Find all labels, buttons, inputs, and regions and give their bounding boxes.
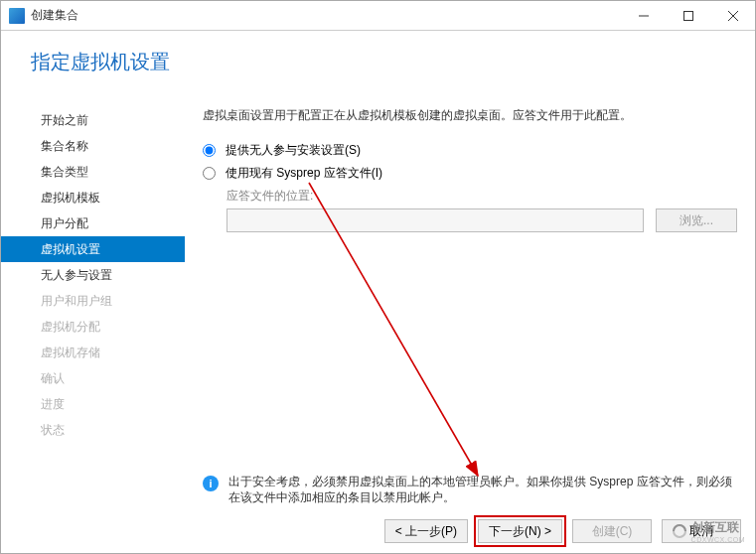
browse-button: 浏览... bbox=[656, 208, 737, 232]
answer-file-path-input bbox=[227, 208, 644, 232]
sidebar-item-0[interactable]: 开始之前 bbox=[1, 107, 185, 133]
radio-unattended-label: 提供无人参与安装设置(S) bbox=[226, 142, 361, 159]
app-icon bbox=[9, 8, 25, 24]
info-text: 出于安全考虑，必须禁用虚拟桌面上的本地管理员帐户。如果你提供 Sysprep 应… bbox=[228, 474, 737, 505]
radio-unattended-input[interactable] bbox=[203, 144, 216, 157]
sidebar-item-8: 虚拟机分配 bbox=[1, 314, 185, 340]
sidebar-item-6[interactable]: 无人参与设置 bbox=[1, 262, 185, 288]
maximize-button[interactable] bbox=[666, 1, 710, 30]
watermark: 创新互联 CDXWCX.COM bbox=[672, 519, 745, 543]
window-title: 创建集合 bbox=[31, 7, 78, 24]
minimize-button[interactable] bbox=[621, 1, 666, 30]
info-icon: i bbox=[203, 476, 219, 491]
sidebar-item-9: 虚拟机存储 bbox=[1, 340, 185, 365]
prev-button[interactable]: < 上一步(P) bbox=[384, 519, 468, 543]
sidebar-item-10: 确认 bbox=[1, 365, 185, 391]
sidebar-item-3[interactable]: 虚拟机模板 bbox=[1, 185, 185, 210]
sidebar: 开始之前集合名称集合类型虚拟机模板用户分配虚拟机设置无人参与设置用户和用户组虚拟… bbox=[1, 93, 185, 553]
next-button[interactable]: 下一步(N) > bbox=[478, 519, 562, 543]
sidebar-item-12: 状态 bbox=[1, 417, 185, 443]
sidebar-item-7: 用户和用户组 bbox=[1, 288, 185, 314]
radio-unattended[interactable]: 提供无人参与安装设置(S) bbox=[203, 142, 737, 159]
main-panel: 虚拟桌面设置用于配置正在从虚拟机模板创建的虚拟桌面。应答文件用于此配置。 提供无… bbox=[185, 93, 743, 553]
sidebar-item-5[interactable]: 虚拟机设置 bbox=[1, 236, 185, 262]
page-title: 指定虚拟机设置 bbox=[1, 31, 755, 93]
description-text: 虚拟桌面设置用于配置正在从虚拟机模板创建的虚拟桌面。应答文件用于此配置。 bbox=[203, 107, 737, 124]
radio-sysprep-label: 使用现有 Sysprep 应答文件(I) bbox=[226, 165, 382, 182]
sidebar-item-2[interactable]: 集合类型 bbox=[1, 159, 185, 185]
close-button[interactable] bbox=[710, 1, 755, 30]
path-label: 应答文件的位置: bbox=[227, 188, 737, 205]
create-button: 创建(C) bbox=[572, 519, 652, 543]
sidebar-item-11: 进度 bbox=[1, 391, 185, 417]
sidebar-item-1[interactable]: 集合名称 bbox=[1, 133, 185, 159]
svg-rect-1 bbox=[683, 11, 692, 20]
radio-sysprep[interactable]: 使用现有 Sysprep 应答文件(I) bbox=[203, 165, 737, 182]
sidebar-item-4[interactable]: 用户分配 bbox=[1, 210, 185, 236]
radio-sysprep-input[interactable] bbox=[203, 167, 216, 180]
titlebar: 创建集合 bbox=[1, 1, 755, 31]
